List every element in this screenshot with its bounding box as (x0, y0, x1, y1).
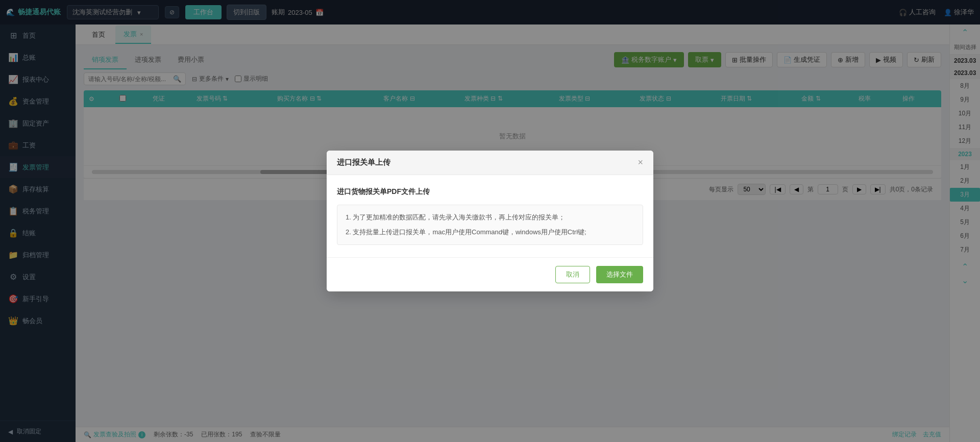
modal-body: 进口货物报关单PDF文件上传 1. 为了更加精准的数据匹配，请先录入海关缴款书，… (327, 175, 653, 258)
modal-overlay: 进口报关单上传 × 进口货物报关单PDF文件上传 1. 为了更加精准的数据匹配，… (0, 0, 980, 442)
modal-note-2: 2. 支持批量上传进口报关单，mac用户使用Command键，windows用户… (346, 227, 634, 238)
modal-close-button[interactable]: × (638, 158, 643, 167)
modal-title: 进口报关单上传 (337, 158, 390, 167)
modal-note-1: 1. 为了更加精准的数据匹配，请先录入海关缴款书，再上传对应的报关单； (346, 212, 634, 223)
modal-notes: 1. 为了更加精准的数据匹配，请先录入海关缴款书，再上传对应的报关单； 2. 支… (337, 205, 643, 245)
modal-footer: 取消 选择文件 (327, 257, 653, 291)
modal-section-title: 进口货物报关单PDF文件上传 (337, 187, 643, 197)
modal-select-file-button[interactable]: 选择文件 (596, 266, 643, 283)
modal-cancel-button[interactable]: 取消 (555, 266, 590, 283)
modal-header: 进口报关单上传 × (327, 151, 653, 175)
import-customs-modal: 进口报关单上传 × 进口货物报关单PDF文件上传 1. 为了更加精准的数据匹配，… (327, 151, 653, 292)
